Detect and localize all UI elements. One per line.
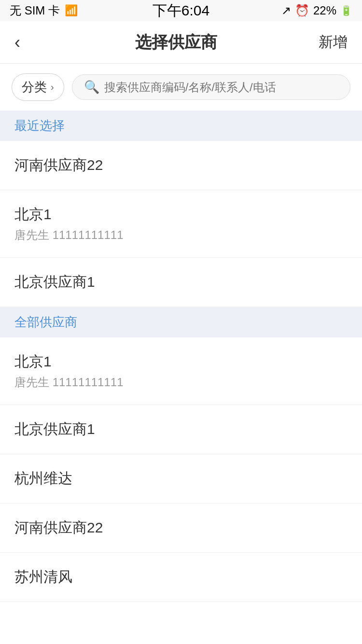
status-right: ↗ ⏰ 22% 🔋 xyxy=(281,4,352,17)
chevron-right-icon: › xyxy=(51,82,54,93)
item-name: 北京供应商1 xyxy=(14,272,348,292)
add-button[interactable]: 新增 xyxy=(309,32,348,52)
item-name: 杭州维达 xyxy=(14,469,348,489)
nav-bar: ‹ 选择供应商 新增 xyxy=(0,21,362,64)
item-sub: 唐先生 11111111111 xyxy=(14,227,348,243)
page-title: 选择供应商 xyxy=(43,31,309,54)
recent-list: 河南供应商22 北京1 唐先生 11111111111 北京供应商1 xyxy=(0,141,362,307)
search-box: 🔍 xyxy=(72,74,350,100)
filter-bar: 分类 › 🔍 xyxy=(0,64,362,111)
battery-icon: 🔋 xyxy=(340,5,352,16)
recent-section-header: 最近选择 xyxy=(0,111,362,141)
all-section-header: 全部供应商 xyxy=(0,307,362,337)
recent-section-label: 最近选择 xyxy=(14,118,65,133)
status-bar: 无 SIM 卡 📶 下午6:04 ↗ ⏰ 22% 🔋 xyxy=(0,0,362,21)
list-item[interactable]: 北京1 唐先生 11111111111 xyxy=(0,190,362,258)
status-left: 无 SIM 卡 📶 xyxy=(10,3,78,18)
item-sub: 唐先生 11111111111 xyxy=(14,375,348,390)
item-name: 北京1 xyxy=(14,205,348,224)
list-item[interactable]: 北京1 唐先生 11111111111 xyxy=(0,337,362,405)
wifi-icon: 📶 xyxy=(65,4,78,17)
search-input[interactable] xyxy=(104,81,338,94)
list-item[interactable]: 杭州维达 xyxy=(0,454,362,504)
search-icon: 🔍 xyxy=(84,80,99,95)
category-button[interactable]: 分类 › xyxy=(12,73,64,101)
list-item[interactable]: 北京供应商1 xyxy=(0,258,362,307)
list-item[interactable]: 河南供应商22 xyxy=(0,141,362,190)
list-item[interactable]: 北京供应商1 xyxy=(0,405,362,454)
item-name: 北京1 xyxy=(14,352,348,372)
back-button[interactable]: ‹ xyxy=(14,32,43,53)
battery-label: 22% xyxy=(313,4,336,17)
item-name: 北京供应商1 xyxy=(14,420,348,439)
carrier-label: 无 SIM 卡 xyxy=(10,3,60,18)
list-item[interactable]: 河南供应商22 xyxy=(0,504,362,553)
all-section-label: 全部供应商 xyxy=(14,315,77,329)
location-icon: ↗ xyxy=(281,4,291,17)
alarm-icon: ⏰ xyxy=(295,4,309,17)
category-label: 分类 xyxy=(22,79,47,96)
item-name: 苏州清风 xyxy=(14,567,348,587)
status-time: 下午6:04 xyxy=(153,1,209,21)
all-list: 北京1 唐先生 11111111111 北京供应商1杭州维达河南供应商22苏州清… xyxy=(0,337,362,602)
item-name: 河南供应商22 xyxy=(14,155,348,175)
list-item[interactable]: 苏州清风 xyxy=(0,553,362,602)
item-name: 河南供应商22 xyxy=(14,518,348,538)
